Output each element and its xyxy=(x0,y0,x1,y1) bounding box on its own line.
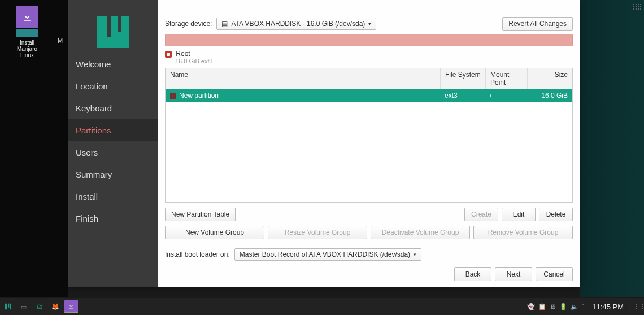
start-menu-button[interactable] xyxy=(1,300,15,313)
sidebar-item-finish[interactable]: Finish xyxy=(68,208,158,230)
edit-button[interactable]: Edit xyxy=(502,208,536,221)
taskbar: ▭ 🗂 🦊 👻 📋 🖥 🔋 🔈 ˄ 11:45 PM ⋮⋮⋮ xyxy=(0,298,644,315)
revert-button[interactable]: Revert All Changes xyxy=(502,17,573,31)
create-button: Create xyxy=(464,208,498,221)
decoration-bar xyxy=(16,29,38,37)
cancel-button[interactable]: Cancel xyxy=(536,267,573,281)
sidebar-item-partitions[interactable]: Partitions xyxy=(68,119,158,141)
desktop-background-right xyxy=(580,0,644,297)
new-volume-group-button[interactable]: New Volume Group xyxy=(165,226,264,239)
col-sz[interactable]: Size xyxy=(527,68,572,89)
desktop-overflow-label: M xyxy=(58,37,63,44)
remove-volume-group-button: Remove Volume Group xyxy=(473,226,573,239)
desktop-icon-install-manjaro[interactable]: Install Manjaro Linux xyxy=(11,6,43,58)
sidebar-item-install[interactable]: Install xyxy=(68,185,158,208)
manjaro-logo xyxy=(97,16,129,48)
sidebar-item-welcome[interactable]: Welcome xyxy=(68,53,158,75)
svg-rect-0 xyxy=(5,304,7,310)
partition-table: Name File System Mount Point Size New pa… xyxy=(165,68,573,203)
new-partition-table-button[interactable]: New Partition Table xyxy=(165,208,236,221)
root-sublabel: 16.0 GiB ext3 xyxy=(175,58,573,64)
resize-volume-group-button: Resize Volume Group xyxy=(268,226,367,239)
sidebar-item-location[interactable]: Location xyxy=(68,75,158,97)
sidebar-item-keyboard[interactable]: Keyboard xyxy=(68,97,158,119)
show-desktop-button[interactable]: ▭ xyxy=(17,300,31,313)
root-label: Root xyxy=(176,50,190,58)
tray-volume-icon[interactable]: 🔈 xyxy=(571,303,578,310)
sidebar-item-users[interactable]: Users xyxy=(68,141,158,163)
col-fs[interactable]: File System xyxy=(440,68,485,89)
partition-bar[interactable] xyxy=(165,34,573,46)
file-manager-button[interactable]: 🗂 xyxy=(33,300,46,313)
tray-menu-icon[interactable]: ⋮⋮⋮ xyxy=(629,300,643,313)
installer-task-button[interactable] xyxy=(64,300,78,313)
desktop-icon-label: Install Manjaro Linux xyxy=(11,40,43,58)
hdd-icon: ▤ xyxy=(221,20,228,28)
svg-rect-1 xyxy=(8,304,9,308)
sidebar: Welcome Location Keyboard Partitions Use… xyxy=(68,0,158,287)
system-tray: 👻 📋 🖥 🔋 🔈 ˄ xyxy=(527,303,585,310)
col-mp[interactable]: Mount Point xyxy=(485,68,527,89)
clock[interactable]: 11:45 PM xyxy=(592,303,624,311)
tray-display-icon[interactable]: 🖥 xyxy=(550,303,556,310)
firefox-button[interactable]: 🦊 xyxy=(49,300,62,313)
tray-expand-icon[interactable]: ˄ xyxy=(582,303,585,310)
tray-clipboard-icon[interactable]: 📋 xyxy=(538,303,546,310)
root-checkbox[interactable] xyxy=(165,51,172,58)
table-header: Name File System Mount Point Size xyxy=(166,68,572,89)
back-button[interactable]: Back xyxy=(454,267,491,281)
root-section: Root 16.0 GiB ext3 xyxy=(165,50,573,64)
svg-rect-2 xyxy=(10,304,11,310)
bootloader-select[interactable]: Master Boot Record of ATA VBOX HARDDISK … xyxy=(234,248,421,261)
bootloader-label: Install boot loader on: xyxy=(165,251,230,258)
storage-device-select[interactable]: ▤ ATA VBOX HARDDISK - 16.0 GiB (/dev/sda… xyxy=(216,18,376,30)
col-name[interactable]: Name xyxy=(166,68,440,89)
chevron-down-icon: ▾ xyxy=(368,21,371,27)
next-button[interactable]: Next xyxy=(495,267,532,281)
table-row[interactable]: New partition ext3 / 16.0 GiB xyxy=(166,89,572,102)
chevron-down-icon: ▾ xyxy=(414,252,416,257)
delete-button[interactable]: Delete xyxy=(539,208,573,221)
download-icon xyxy=(16,6,38,28)
deactivate-volume-group-button: Deactivate Volume Group xyxy=(371,226,470,239)
tray-battery-icon[interactable]: 🔋 xyxy=(559,303,567,310)
content-area: Storage device: ▤ ATA VBOX HARDDISK - 16… xyxy=(158,0,580,287)
installer-window: Welcome Location Keyboard Partitions Use… xyxy=(68,0,580,287)
storage-device-label: Storage device: xyxy=(165,20,212,28)
partition-swatch xyxy=(170,93,176,99)
sidebar-item-summary[interactable]: Summary xyxy=(68,163,158,185)
tray-icon-1[interactable]: 👻 xyxy=(527,303,535,310)
